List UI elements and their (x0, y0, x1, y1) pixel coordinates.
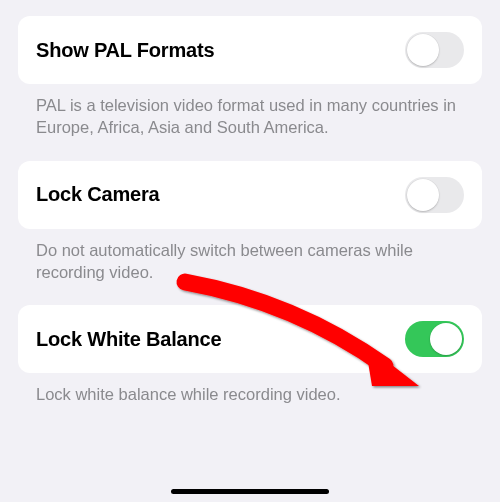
show-pal-formats-footer: PAL is a television video format used in… (18, 84, 482, 161)
lock-white-balance-footer: Lock white balance while recording video… (18, 373, 482, 427)
home-indicator[interactable] (171, 489, 329, 494)
lock-camera-footer: Do not automatically switch between came… (18, 229, 482, 306)
lock-white-balance-label: Lock White Balance (36, 328, 221, 351)
lock-camera-label: Lock Camera (36, 183, 159, 206)
lock-white-balance-row: Lock White Balance (18, 305, 482, 373)
toggle-knob (430, 323, 462, 355)
lock-white-balance-toggle[interactable] (405, 321, 464, 357)
lock-camera-toggle[interactable] (405, 177, 464, 213)
show-pal-formats-row: Show PAL Formats (18, 16, 482, 84)
settings-list: Show PAL Formats PAL is a television vid… (0, 0, 500, 427)
show-pal-formats-toggle[interactable] (405, 32, 464, 68)
show-pal-formats-label: Show PAL Formats (36, 39, 214, 62)
lock-camera-row: Lock Camera (18, 161, 482, 229)
toggle-knob (407, 34, 439, 66)
toggle-knob (407, 179, 439, 211)
